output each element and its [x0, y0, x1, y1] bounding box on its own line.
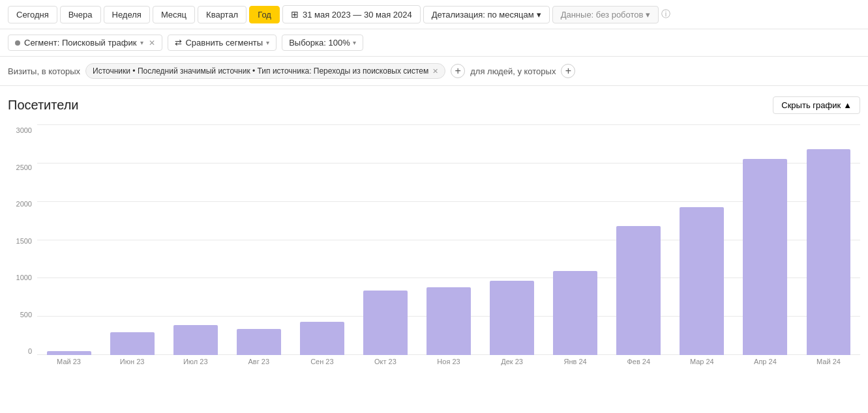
y-axis: 050010001500200025003000 — [8, 124, 37, 355]
date-range-button[interactable]: ⊞ 31 мая 2023 — 30 мая 2024 — [282, 5, 421, 23]
bar-group[interactable] — [100, 124, 164, 355]
compare-icon: ⇄ — [175, 38, 182, 48]
chart-area: 050010001500200025003000 — [8, 124, 860, 355]
compare-button[interactable]: ⇄ Сравнить сегменты ▾ — [168, 35, 277, 51]
x-label: Май 23 — [37, 358, 100, 365]
add-filter-button[interactable]: + — [451, 64, 465, 78]
bar[interactable] — [427, 287, 471, 355]
bar[interactable] — [743, 159, 787, 355]
bar-group[interactable] — [670, 124, 734, 355]
today-button[interactable]: Сегодня — [8, 6, 57, 23]
x-label: Сен 23 — [290, 358, 353, 365]
bar-group[interactable] — [353, 124, 417, 355]
y-tick: 500 — [8, 311, 32, 319]
bar[interactable] — [300, 322, 344, 355]
bar[interactable] — [173, 325, 218, 355]
filter-row: Визиты, в которых Источники • Последний … — [0, 57, 868, 86]
bar-group[interactable] — [37, 124, 100, 355]
x-label: Апр 24 — [734, 358, 797, 365]
bar-group[interactable] — [164, 124, 227, 355]
detail-label: Детализация: по месяцам — [432, 10, 534, 20]
date-range-label: 31 мая 2023 — 30 мая 2024 — [303, 10, 412, 20]
calendar-icon: ⊞ — [291, 9, 299, 20]
bar[interactable] — [110, 332, 155, 355]
add-people-filter-button[interactable]: + — [561, 64, 575, 78]
bar-group[interactable] — [734, 124, 797, 355]
bar-group[interactable] — [544, 124, 607, 355]
y-tick: 0 — [8, 348, 32, 355]
bar[interactable] — [237, 329, 281, 355]
y-tick: 1000 — [8, 274, 32, 281]
year-button[interactable]: Год — [249, 6, 280, 23]
bars-row — [37, 124, 860, 355]
chart-container: 050010001500200025003000 Май 23Июн 23Июл… — [8, 124, 860, 365]
y-tick: 1500 — [8, 238, 32, 245]
chart-section: Посетители Скрыть график ▲ 0500100015002… — [0, 86, 868, 376]
chart-title: Посетители — [8, 98, 79, 113]
bar-group[interactable] — [607, 124, 670, 355]
x-label: Дек 23 — [481, 358, 544, 365]
x-label: Июл 23 — [164, 358, 227, 365]
x-label: Авг 23 — [227, 358, 290, 365]
segment-label: Сегмент: Поисковый трафик — [24, 38, 136, 48]
y-tick: 2000 — [8, 201, 32, 208]
bar[interactable] — [807, 149, 851, 355]
quarter-button[interactable]: Квартал — [198, 6, 247, 23]
filter-tag[interactable]: Источники • Последний значимый источник … — [85, 63, 445, 79]
bar[interactable] — [616, 226, 661, 355]
bars-wrapper — [37, 124, 860, 355]
info-icon: ⓘ — [661, 8, 670, 20]
segment-chevron: ▾ — [140, 39, 143, 46]
visits-label: Визиты, в которых — [8, 66, 80, 76]
compare-chevron: ▾ — [266, 39, 269, 46]
x-label: Мар 24 — [670, 358, 734, 365]
bar-group[interactable] — [227, 124, 290, 355]
bar[interactable] — [490, 281, 534, 355]
filter-close-icon[interactable]: ✕ — [432, 67, 438, 76]
sample-label: Выборка: 100% — [289, 38, 350, 48]
segment-row: Сегмент: Поисковый трафик ▾ ✕ ⇄ Сравнить… — [0, 29, 868, 57]
bar[interactable] — [363, 291, 408, 355]
data-label: Данные: без роботов — [561, 10, 644, 20]
people-label: для людей, у которых — [470, 66, 556, 76]
bar-group[interactable] — [290, 124, 353, 355]
sample-chevron: ▾ — [353, 39, 356, 46]
filter-tag-text: Источники • Последний значимый источник … — [93, 66, 428, 76]
bar[interactable] — [553, 271, 597, 355]
week-button[interactable]: Неделя — [104, 6, 150, 23]
bar[interactable] — [680, 207, 724, 355]
y-tick: 2500 — [8, 164, 32, 171]
bar-group[interactable] — [481, 124, 544, 355]
segment-dot-icon — [15, 40, 20, 46]
yesterday-button[interactable]: Вчера — [60, 6, 101, 23]
detail-chevron: ▾ — [537, 10, 541, 20]
toolbar: Сегодня Вчера Неделя Месяц Квартал Год ⊞… — [0, 0, 868, 29]
x-label: Июн 23 — [100, 358, 164, 365]
x-label: Ноя 23 — [417, 358, 480, 365]
detail-button[interactable]: Детализация: по месяцам ▾ — [423, 6, 550, 23]
bar[interactable] — [47, 351, 91, 355]
x-label: Фев 24 — [607, 358, 670, 365]
data-button[interactable]: Данные: без роботов ▾ — [552, 6, 659, 23]
data-chevron: ▾ — [646, 10, 650, 20]
month-button[interactable]: Месяц — [153, 6, 195, 23]
bar-group[interactable] — [797, 124, 860, 355]
segment-pill[interactable]: Сегмент: Поисковый трафик ▾ ✕ — [8, 35, 162, 51]
hide-chart-button[interactable]: Скрыть график ▲ — [773, 96, 860, 114]
compare-label: Сравнить сегменты — [185, 38, 263, 48]
segment-close-icon[interactable]: ✕ — [149, 38, 155, 48]
y-tick: 3000 — [8, 127, 32, 134]
x-label: Янв 24 — [544, 358, 607, 365]
sample-button[interactable]: Выборка: 100% ▾ — [282, 35, 363, 51]
bar-group[interactable] — [417, 124, 480, 355]
x-label: Май 24 — [797, 358, 860, 365]
hide-chart-label: Скрыть график — [781, 100, 841, 110]
chart-header: Посетители Скрыть график ▲ — [8, 96, 860, 114]
x-label: Окт 23 — [353, 358, 417, 365]
hide-chart-chevron: ▲ — [843, 100, 852, 110]
x-labels: Май 23Июн 23Июл 23Авг 23Сен 23Окт 23Ноя … — [37, 358, 860, 365]
